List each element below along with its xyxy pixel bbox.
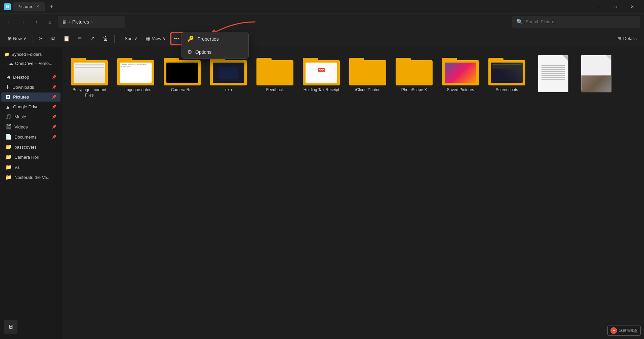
nosferatu-label: Nosferatu the Va... — [14, 175, 50, 180]
taskbar-icon[interactable]: 🖥 — [4, 320, 17, 334]
documents-label: Documents — [14, 135, 37, 140]
synced-folders-item[interactable]: 📁 Synced Folders — [0, 50, 62, 59]
maximize-button[interactable]: □ — [608, 2, 623, 12]
address-path[interactable]: 🖥 › Pictures › — [58, 16, 125, 28]
paste-button[interactable]: 📋 — [60, 33, 73, 44]
sort-button[interactable]: ↕ Sort ∨ — [117, 34, 141, 44]
folder-icloudphotos-thumb — [349, 55, 386, 85]
sidebar-item-googledrive[interactable]: ▲ Google Drive 📌 — [1, 102, 61, 111]
desktop-label: Desktop — [13, 75, 29, 80]
minimize-button[interactable]: — — [591, 2, 606, 12]
folder-screenshots[interactable]: Screenshots — [485, 52, 529, 101]
toolbar-separator-1 — [33, 35, 33, 43]
toolbar: ⊕ New ∨ ✂ ⧉ 📋 ✏ ↗ 🗑 ↕ Sort ∨ ▦ View ∨ ••… — [0, 30, 644, 47]
view-arrow: ∨ — [163, 36, 166, 41]
new-button[interactable]: ⊕ New ∨ — [4, 33, 30, 44]
folder-exp[interactable]: exp — [207, 52, 250, 101]
delete-button[interactable]: 🗑 — [99, 34, 112, 44]
search-box[interactable]: 🔍 — [512, 16, 640, 28]
folder-screenshots-label: Screenshots — [496, 87, 518, 93]
folder-bollypage-thumb — [71, 55, 108, 85]
properties-label: Properties — [197, 36, 219, 42]
cut-icon: ✂ — [39, 35, 43, 42]
folder-cameraroll-thumb — [164, 55, 201, 85]
folder-bollypage[interactable]: Bollypage Imortant Files — [68, 52, 111, 101]
basscovers-label: basscovers — [14, 145, 37, 150]
sort-label: Sort — [125, 36, 133, 41]
folder-savedpictures-label: Saved Pictures — [447, 87, 474, 93]
share-button[interactable]: ↗ — [87, 33, 98, 44]
new-label: New — [13, 36, 22, 41]
sidebar-item-cameraroll[interactable]: 📁 Camera Roll — [1, 152, 61, 162]
folder-cameraroll[interactable]: Camera Roll — [160, 52, 204, 101]
folder-holdingtax-label: Holding Tax Receipt — [304, 87, 339, 93]
rename-button[interactable]: ✏ — [75, 33, 86, 44]
back-button[interactable]: ← — [4, 16, 15, 27]
synced-folders-label: Synced Folders — [11, 52, 42, 57]
monitor-icon: 🖥 — [62, 19, 67, 25]
context-menu: 🔑 Properties ⚙ Options — [182, 32, 249, 59]
search-icon: 🔍 — [516, 18, 523, 25]
details-button[interactable]: ⊞ Details — [614, 34, 640, 43]
new-icon: ⊕ — [7, 35, 12, 42]
downloads-label: Downloads — [12, 85, 34, 90]
new-tab-button[interactable]: + — [47, 3, 55, 11]
folder-clang[interactable]: c language notes text here with handwrit… — [114, 52, 158, 101]
videos-icon: 🎬 — [5, 124, 12, 130]
folder-screenshots-thumb — [488, 55, 525, 85]
sidebar-item-basscovers[interactable]: 📁 basscovers — [1, 142, 61, 152]
copy-icon: ⧉ — [51, 36, 55, 42]
file-content: Bollypage Imortant Files c language note… — [62, 47, 644, 339]
file-blurred[interactable] — [578, 52, 621, 101]
basscovers-icon: 📁 — [5, 144, 12, 150]
options-label: Options — [195, 49, 211, 55]
music-icon: 🎵 — [5, 114, 12, 120]
tab-close-button[interactable]: ✕ — [35, 4, 41, 9]
sidebar-item-nosferatu[interactable]: 📁 Nosferatu the Va... — [1, 173, 61, 182]
watermark-text: 冰糖游戏盒 — [619, 328, 638, 333]
sidebar-item-downloads[interactable]: ⬇ Downloads 📌 — [1, 82, 61, 92]
folder-holdingtax[interactable]: PDF Holding Tax Receipt — [299, 52, 343, 101]
folder-feedback[interactable]: Feedback — [253, 52, 297, 101]
recent-button[interactable]: ⌂ — [44, 16, 55, 27]
sidebar-item-pictures[interactable]: 🖼 Pictures 📌 — [1, 92, 61, 102]
sort-icon: ↕ — [121, 36, 123, 42]
search-input[interactable] — [526, 19, 636, 24]
file-document[interactable] — [531, 52, 575, 101]
documents-icon: 📄 — [5, 134, 12, 140]
up-button[interactable]: ↑ — [31, 16, 42, 27]
vs-icon: 📁 — [5, 164, 12, 170]
cut-button[interactable]: ✂ — [36, 33, 47, 44]
onedrive-item[interactable]: › ☁ OneDrive - Perso... — [0, 59, 62, 68]
sidebar-item-documents[interactable]: 📄 Documents 📌 — [1, 132, 61, 142]
googledrive-label: Google Drive — [13, 104, 39, 109]
sidebar-item-videos[interactable]: 🎬 Videos 📌 — [1, 122, 61, 131]
sidebar-item-desktop[interactable]: 🖥 Desktop 📌 — [1, 73, 61, 82]
watermark-icon: ✦ — [610, 327, 617, 334]
view-icon: ▦ — [146, 35, 151, 42]
sidebar-item-music[interactable]: 🎵 Music 📌 — [1, 112, 61, 121]
options-icon: ⚙ — [187, 49, 192, 55]
sort-arrow: ∨ — [134, 36, 137, 41]
onedrive-icon: ☁ — [9, 61, 13, 66]
context-menu-properties[interactable]: 🔑 Properties — [182, 32, 248, 45]
nosferatu-icon: 📁 — [5, 174, 12, 180]
new-arrow: ∨ — [23, 36, 27, 41]
sidebar-item-vs[interactable]: 📁 Vs — [1, 162, 61, 172]
context-menu-options[interactable]: ⚙ Options — [182, 45, 248, 59]
copy-button[interactable]: ⧉ — [48, 34, 58, 44]
view-button[interactable]: ▦ View ∨ — [142, 33, 169, 44]
folder-icloudphotos[interactable]: iCloud Photos — [346, 52, 390, 101]
app-icon: 🖥 — [4, 3, 11, 10]
sidebar-bottom: 🖥 — [0, 317, 62, 336]
close-button[interactable]: ✕ — [625, 2, 640, 12]
folder-photoscapex[interactable]: PhotoScape X — [392, 52, 436, 101]
active-tab[interactable]: Pictures ✕ — [13, 2, 45, 11]
properties-icon: 🔑 — [187, 36, 194, 42]
sidebar: 📁 Synced Folders › ☁ OneDrive - Perso...… — [0, 47, 62, 339]
forward-button[interactable]: → — [17, 16, 28, 27]
pictures-icon: 🖼 — [5, 94, 10, 100]
folder-savedpictures[interactable]: Saved Pictures — [439, 52, 482, 101]
more-button[interactable]: ••• — [171, 33, 183, 45]
share-icon: ↗ — [90, 35, 95, 42]
